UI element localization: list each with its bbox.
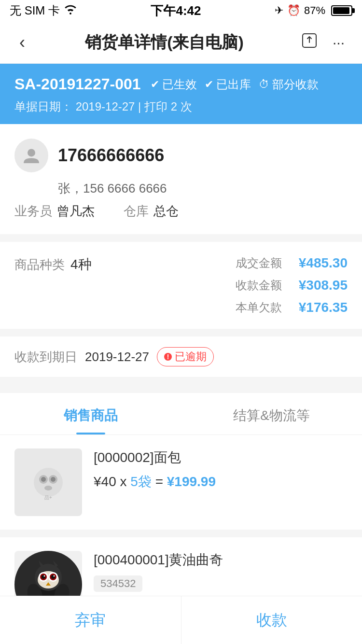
status-right: ✈ ⏰ 87% (275, 4, 352, 17)
alarm-icon: ⏰ (287, 4, 300, 17)
back-button[interactable]: ‹ (14, 28, 30, 57)
svg-text:品+: 品+ (44, 495, 52, 500)
share-button[interactable] (299, 30, 320, 55)
status-badge-shipped: ✔ 已出库 (205, 77, 251, 92)
reject-button[interactable]: 弃审 (0, 596, 181, 644)
svg-point-19 (44, 575, 45, 577)
tabs-header: 销售商品 结算&物流等 (0, 393, 362, 435)
svg-point-1 (28, 149, 35, 156)
location-icon: ✈ (275, 4, 283, 17)
tab-settlement[interactable]: 结算&物流等 (181, 393, 362, 434)
warehouse-info: 仓库 总仓 (124, 203, 179, 220)
owed-amount-row: 本单欠款 ¥176.35 (236, 300, 348, 315)
bottom-bar: 弃审 收款 (0, 596, 362, 644)
status-badges: ✔ 已生效 ✔ 已出库 ⏱ 部分收款 (151, 77, 319, 92)
sales-info: 业务员 曾凡杰 (14, 203, 95, 220)
customer-name: 张，156 6666 6666 (14, 180, 348, 197)
status-bar: 无 SIM 卡 下午4:42 ✈ ⏰ 87% (0, 0, 362, 21)
order-number: SA-20191227-001 (14, 75, 141, 93)
product-name-2: [000400001]黄油曲奇 (94, 551, 348, 569)
customer-row: 17666666666 (14, 139, 348, 172)
avatar (14, 139, 48, 172)
product-name-1: [0000002]面包 (94, 448, 348, 467)
svg-point-7 (44, 486, 52, 490)
due-date-section: 收款到期日 2019-12-27 ! 已逾期 (0, 336, 362, 378)
battery-icon (331, 5, 352, 16)
clock-icon: ⏱ (259, 78, 269, 91)
status-badge-partial: ⏱ 部分收款 (259, 77, 319, 92)
product-total-1: ¥199.99 (167, 474, 216, 489)
customer-meta: 业务员 曾凡杰 仓库 总仓 (14, 203, 348, 220)
due-label: 收款到期日 (14, 349, 77, 365)
overdue-icon: ! (164, 353, 172, 361)
product-item-1: 品+ [0000002]面包 ¥40 x 5袋 = ¥199.99 (0, 435, 362, 537)
check-icon-1: ✔ (151, 78, 159, 91)
page-title: 销货单详情(来自电脑) (85, 31, 244, 54)
more-button[interactable]: ··· (330, 31, 348, 54)
overdue-badge: ! 已逾期 (157, 347, 214, 366)
collect-button[interactable]: 收款 (181, 596, 362, 644)
product-price-1: ¥40 x 5袋 = ¥199.99 (94, 473, 348, 491)
stats-section: 商品种类 4种 成交金额 ¥485.30 收款金额 ¥308.95 本单欠款 ¥… (0, 242, 362, 329)
status-time: 下午4:42 (151, 2, 201, 19)
battery-percent: 87% (304, 4, 325, 17)
due-date-value: 2019-12-27 (85, 350, 149, 364)
check-icon-2: ✔ (205, 78, 213, 91)
order-meta: 单据日期： 2019-12-27 | 打印 2 次 (14, 99, 348, 114)
status-badge-effected: ✔ 已生效 (151, 77, 197, 92)
product-placeholder-1: 品+ (14, 448, 82, 516)
product-info-1: [0000002]面包 ¥40 x 5袋 = ¥199.99 (94, 448, 348, 491)
wifi-icon (64, 4, 77, 17)
stats-left: 商品种类 4种 (14, 255, 236, 274)
order-header: SA-20191227-001 ✔ 已生效 ✔ 已出库 ⏱ 部分收款 单据日期：… (0, 64, 362, 124)
product-qty-1: 5袋 (130, 474, 152, 489)
customer-section: 17666666666 张，156 6666 6666 业务员 曾凡杰 仓库 总… (0, 124, 362, 234)
nav-actions: ··· (299, 30, 348, 55)
svg-point-6 (51, 477, 56, 482)
status-left: 无 SIM 卡 (10, 3, 77, 18)
nav-bar: ‹ 销货单详情(来自电脑) ··· (0, 21, 362, 64)
svg-point-20 (54, 575, 55, 577)
stats-right: 成交金额 ¥485.30 收款金额 ¥308.95 本单欠款 ¥176.35 (236, 255, 348, 315)
deal-amount-row: 成交金额 ¥485.30 (236, 255, 348, 271)
product-sku-2: 534532 (94, 575, 142, 592)
product-image-1: 品+ (14, 448, 82, 516)
svg-point-2 (34, 468, 63, 497)
collected-amount-row: 收款金额 ¥308.95 (236, 278, 348, 293)
carrier-label: 无 SIM 卡 (10, 3, 60, 18)
svg-point-5 (41, 477, 46, 482)
tab-sales-product[interactable]: 销售商品 (0, 393, 181, 434)
customer-phone: 17666666666 (58, 145, 164, 166)
